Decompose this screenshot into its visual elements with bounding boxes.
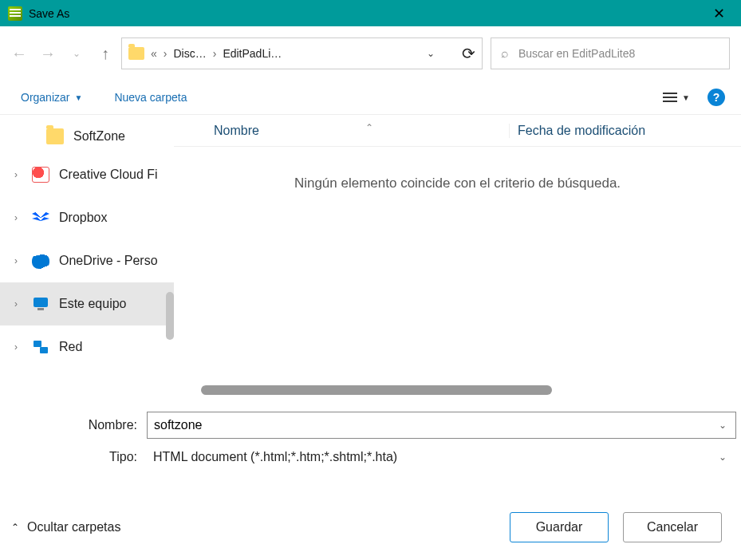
titlebar: Save As ✕	[0, 0, 741, 26]
cancel-label: Cancelar	[647, 520, 698, 534]
close-button[interactable]: ✕	[705, 2, 733, 26]
expand-icon[interactable]: ›	[14, 255, 22, 266]
expand-icon[interactable]: ›	[14, 298, 22, 310]
filetype-dropdown-icon: ⌄	[719, 452, 727, 463]
help-button[interactable]: ?	[707, 89, 725, 106]
footer: ⌃ Ocultar carpetas Guardar Cancelar	[0, 497, 741, 558]
forward-button[interactable]: →	[40, 45, 56, 61]
search-placeholder: Buscar en EditPadLite8	[518, 47, 635, 60]
save-label: Guardar	[536, 520, 583, 534]
network-icon	[32, 339, 49, 355]
column-date-label: Fecha de modificación	[518, 124, 645, 137]
list-header: Nombre ⌃ Fecha de modificación	[174, 115, 741, 147]
file-listing: Nombre ⌃ Fecha de modificación Ningún el…	[174, 115, 741, 395]
hide-folders-label: Ocultar carpetas	[27, 520, 120, 534]
sidebar-item-label: SoftZone	[73, 129, 125, 144]
expand-icon[interactable]: ›	[14, 341, 22, 353]
expand-icon[interactable]: ›	[14, 212, 22, 223]
caret-down-icon: ▼	[74, 93, 82, 102]
organize-label: Organizar	[21, 91, 69, 104]
refresh-button[interactable]: ⟳	[462, 44, 475, 63]
sidebar: SoftZone › Creative Cloud Fi › Dropbox ›…	[0, 115, 174, 395]
chevron-right-icon: ›	[213, 47, 217, 60]
path-segment[interactable]: Disc…	[173, 47, 206, 60]
path-breadcrumb[interactable]: « › Disc… › EditPadLi… ⌄ ⟳	[121, 37, 483, 69]
chevron-up-icon: ⌃	[11, 522, 19, 533]
cancel-button[interactable]: Cancelar	[623, 512, 722, 542]
new-folder-label: Nueva carpeta	[114, 91, 187, 104]
new-folder-button[interactable]: Nueva carpeta	[114, 91, 187, 104]
sort-indicator-icon: ⌃	[365, 122, 373, 133]
empty-message: Ningún elemento coincide con el criterio…	[174, 147, 741, 191]
expand-icon[interactable]: ›	[14, 169, 22, 180]
dropbox-icon	[32, 210, 49, 226]
sidebar-item-softzone[interactable]: SoftZone	[0, 120, 174, 153]
view-menu[interactable]: ▼	[663, 93, 690, 102]
filetype-label: Tipo:	[5, 450, 147, 464]
path-segment[interactable]: EditPadLi…	[223, 47, 282, 60]
toolbar: Organizar ▼ Nueva carpeta ▼ ?	[0, 81, 741, 114]
filetype-select[interactable]: HTML document (*.html;*.htm;*.shtml;*.ht…	[147, 444, 736, 471]
main-area: SoftZone › Creative Cloud Fi › Dropbox ›…	[0, 114, 741, 395]
app-icon	[8, 6, 22, 21]
folder-icon	[128, 47, 144, 60]
filetype-value: HTML document (*.html;*.htm;*.shtml;*.ht…	[153, 450, 397, 464]
sidebar-item-network[interactable]: › Red	[0, 325, 174, 369]
pc-icon	[32, 296, 49, 312]
sidebar-item-onedrive[interactable]: › OneDrive - Perso	[0, 239, 174, 282]
sidebar-item-this-pc[interactable]: › Este equipo	[0, 282, 174, 325]
creative-cloud-icon	[32, 167, 49, 183]
sidebar-item-dropbox[interactable]: › Dropbox	[0, 196, 174, 239]
column-name[interactable]: Nombre ⌃	[174, 124, 509, 138]
filename-label: Nombre:	[5, 418, 147, 432]
column-name-label: Nombre	[214, 124, 259, 137]
up-button[interactable]: ↑	[97, 45, 113, 61]
recent-dropdown[interactable]: ⌄	[69, 49, 85, 58]
onedrive-icon	[32, 253, 49, 269]
sidebar-item-label: Dropbox	[59, 211, 107, 225]
organize-menu[interactable]: Organizar ▼	[21, 91, 82, 104]
nav-arrows: ← → ⌄ ↑	[11, 45, 113, 61]
sidebar-item-label: Creative Cloud Fi	[59, 168, 158, 182]
list-view-icon	[663, 93, 677, 102]
horizontal-scrollbar[interactable]	[201, 385, 552, 395]
chevron-right-icon: ›	[164, 47, 168, 60]
window-title: Save As	[29, 7, 69, 20]
column-date[interactable]: Fecha de modificación	[509, 124, 741, 138]
search-box[interactable]: ⌕ Buscar en EditPadLite8	[491, 37, 730, 69]
sidebar-item-creative-cloud[interactable]: › Creative Cloud Fi	[0, 153, 174, 196]
sidebar-item-label: OneDrive - Perso	[59, 254, 158, 268]
search-icon: ⌕	[501, 46, 509, 61]
navbar: ← → ⌄ ↑ « › Disc… › EditPadLi… ⌄ ⟳ ⌕ Bus…	[0, 26, 741, 81]
filename-input[interactable]	[147, 412, 736, 439]
path-dropdown[interactable]: ⌄	[427, 48, 435, 59]
form-area: Nombre: ⌄ Tipo: HTML document (*.html;*.…	[0, 395, 741, 473]
sidebar-item-label: Red	[59, 340, 82, 354]
hide-folders-button[interactable]: ⌃ Ocultar carpetas	[11, 520, 120, 534]
back-button[interactable]: ←	[11, 45, 27, 61]
overflow-indicator[interactable]: «	[151, 47, 157, 60]
sidebar-scrollbar[interactable]	[166, 292, 174, 340]
save-button[interactable]: Guardar	[510, 512, 609, 542]
folder-icon	[46, 128, 64, 144]
caret-down-icon: ▼	[682, 93, 690, 102]
sidebar-item-label: Este equipo	[59, 297, 127, 311]
